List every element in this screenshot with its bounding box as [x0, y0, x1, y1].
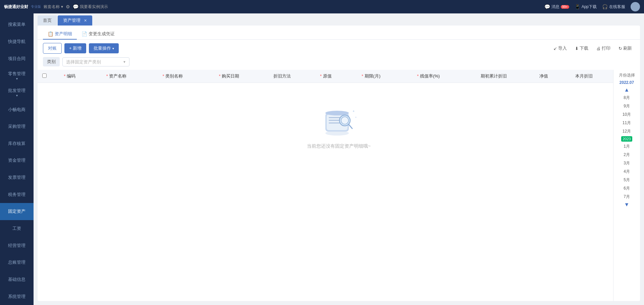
svg-rect-5 — [329, 122, 341, 123]
svg-point-0 — [325, 131, 349, 136]
demo-link[interactable]: 💬 我要看实例演示 — [73, 4, 108, 10]
month-up-arrow-icon[interactable]: ▲ — [624, 87, 630, 93]
batch-dropdown-icon: ▾ — [112, 47, 114, 50]
tabs-bar: 首页 资产管理 ✕ — [34, 13, 644, 26]
topbar-left: 畅捷通好业财 专业版 账套名称 ▾ ⚙ 💬 我要看实例演示 — [4, 4, 544, 10]
month-picker-panel: 月份选择 2022.07 ▲ 8月 9月 10月 11月 12月 2023 1月… — [613, 70, 640, 301]
sidebar-item-tax[interactable]: 税务管理 — [0, 186, 34, 203]
category-select[interactable]: 选择固定资产类别 — [62, 57, 129, 66]
reconcile-button[interactable]: 对账 — [43, 43, 62, 54]
select-all-checkbox[interactable] — [42, 73, 47, 78]
sub-tab-change-voucher[interactable]: 📄 变更生成凭证 — [77, 29, 119, 40]
message-icon: 💬 — [544, 4, 550, 9]
sidebar-item-wholesale[interactable]: 批发管理 ▾ — [0, 84, 34, 101]
app-name: 畅捷通好业财 — [4, 4, 28, 10]
sidebar-item-project[interactable]: 项目合同 — [0, 50, 34, 67]
app-download-icon: 📱 — [575, 4, 580, 9]
month-picker-title: 月份选择 — [619, 72, 635, 78]
wholesale-arrow-icon: ▾ — [16, 94, 18, 97]
th-period-accumulated: 期初累计折旧 — [459, 70, 528, 83]
sidebar-item-search[interactable]: 搜索菜单 — [0, 16, 34, 33]
month-3[interactable]: 3月 — [617, 159, 637, 167]
sidebar-item-inventory[interactable]: 库存核算 — [0, 135, 34, 152]
topbar: 畅捷通好业财 专业版 账套名称 ▾ ⚙ 💬 我要看实例演示 💬 消息 99+ 📱… — [0, 0, 644, 13]
sidebar-label-project: 项目合同 — [8, 56, 25, 62]
toolbar-right: ↙ 导入 ⬇ 下载 🖨 打印 ↻ 刷新 — [551, 43, 635, 53]
svg-rect-4 — [329, 120, 339, 121]
month-8[interactable]: 8月 — [617, 94, 637, 102]
sidebar-item-finance[interactable]: 资金管理 — [0, 152, 34, 169]
sidebar-item-purchase[interactable]: 采购管理 — [0, 118, 34, 135]
month-9[interactable]: 9月 — [617, 102, 637, 110]
download-icon: ⬇ — [575, 46, 579, 51]
th-period-months: 期限(月) — [344, 70, 397, 83]
batch-button[interactable]: 批量操作 ▾ — [89, 43, 119, 53]
sidebar-label-tax: 税务管理 — [8, 192, 25, 198]
month-down-arrow-icon[interactable]: ▼ — [624, 202, 630, 208]
asset-detail-icon: 📋 — [48, 31, 53, 37]
sidebar-item-invoice[interactable]: 发票管理 — [0, 169, 34, 186]
account-name[interactable]: 账套名称 ▾ — [44, 4, 63, 10]
online-service-button[interactable]: 🎧 在线客服 — [602, 4, 625, 10]
month-2[interactable]: 2月 — [617, 151, 637, 159]
sidebar-label-salary: 工资 — [12, 225, 21, 232]
sidebar: 搜索菜单 快捷导航 项目合同 零售管理 ▾ 批发管理 ▾ 小畅电商 采购管理 库… — [0, 13, 34, 305]
toolbar: 对账 + 新增 批量操作 ▾ ↙ 导入 ⬇ 下载 — [38, 40, 640, 57]
tab-home[interactable]: 首页 — [38, 15, 57, 26]
sidebar-label-search: 搜索菜单 — [8, 21, 25, 28]
sidebar-item-system[interactable]: 系统管理 — [0, 288, 34, 305]
content-area: 首页 资产管理 ✕ 📋 资产明细 📄 变更生成凭证 — [34, 13, 644, 305]
settings-icon[interactable]: ⚙ — [66, 4, 70, 9]
sidebar-item-salary[interactable]: 工资 — [0, 220, 34, 237]
user-avatar[interactable] — [631, 2, 640, 11]
th-code: 编码 — [51, 70, 88, 83]
year-2023-badge: 2023 — [621, 136, 632, 142]
th-net-value: 净值 — [528, 70, 559, 83]
svg-line-9 — [348, 124, 352, 129]
print-icon: 🖨 — [596, 46, 601, 51]
sidebar-label-purchase: 采购管理 — [8, 123, 25, 130]
tab-asset-mgmt[interactable]: 资产管理 ✕ — [58, 15, 92, 26]
month-1[interactable]: 1月 — [617, 142, 637, 151]
month-5[interactable]: 5月 — [617, 176, 637, 184]
month-12[interactable]: 12月 — [617, 127, 637, 136]
sidebar-item-management[interactable]: 经营管理 — [0, 237, 34, 254]
sidebar-item-quick-nav[interactable]: 快捷导航 — [0, 33, 34, 50]
th-purchase-date: 购买日期 — [201, 70, 257, 83]
category-select-wrap[interactable]: 选择固定资产类别 — [62, 57, 129, 66]
month-4[interactable]: 4月 — [617, 167, 637, 176]
svg-text:✦: ✦ — [352, 109, 355, 113]
sidebar-item-retail[interactable]: 零售管理 ▾ — [0, 67, 34, 84]
sub-tab-asset-detail[interactable]: 📋 资产明细 — [43, 29, 77, 40]
sidebar-item-fixed-assets[interactable]: 固定资产 — [0, 203, 34, 220]
sidebar-item-ecommerce[interactable]: 小畅电商 — [0, 101, 34, 118]
tab-close-icon[interactable]: ✕ — [84, 18, 87, 22]
th-monthly-depreciation: 本月折旧 — [559, 70, 609, 83]
dropdown-icon[interactable]: ▾ — [61, 4, 63, 9]
messages-button[interactable]: 💬 消息 99+ — [544, 4, 569, 10]
app-download-button[interactable]: 📱 App下载 — [575, 4, 597, 10]
table-body: ✦ ✦ 当前您还没有固定资产明细哦~ — [38, 83, 640, 170]
th-asset-name: 资产名称 — [88, 70, 145, 83]
import-icon: ↙ — [553, 46, 557, 51]
import-button[interactable]: ↙ 导入 — [551, 43, 570, 53]
print-button[interactable]: 🖨 打印 — [594, 43, 613, 53]
change-voucher-icon: 📄 — [82, 31, 87, 37]
empty-text: 当前您还没有固定资产明细哦~ — [307, 143, 371, 149]
topbar-right: 💬 消息 99+ 📱 App下载 🎧 在线客服 — [544, 2, 640, 11]
month-7[interactable]: 7月 — [617, 193, 637, 201]
retail-arrow-icon: ▾ — [16, 77, 18, 81]
page-body: 📋 资产明细 📄 变更生成凭证 对账 + 新增 批量操作 — [38, 26, 640, 301]
sidebar-label-finance: 资金管理 — [8, 157, 25, 163]
month-10[interactable]: 10月 — [617, 110, 637, 119]
messages-label: 消息 — [551, 4, 559, 10]
refresh-button[interactable]: ↻ 刷新 — [616, 43, 635, 53]
sidebar-item-general-ledger[interactable]: 总账管理 — [0, 254, 34, 271]
sidebar-label-invoice: 发票管理 — [8, 174, 25, 181]
month-6[interactable]: 6月 — [617, 184, 637, 193]
sidebar-item-basic-info[interactable]: 基础信息 — [0, 271, 34, 288]
table-wrap: 编码 资产名称 类别名称 购买日期 — [38, 70, 640, 301]
download-button[interactable]: ⬇ 下载 — [572, 43, 591, 53]
add-button[interactable]: + 新增 — [64, 43, 86, 53]
month-11[interactable]: 11月 — [617, 119, 637, 127]
